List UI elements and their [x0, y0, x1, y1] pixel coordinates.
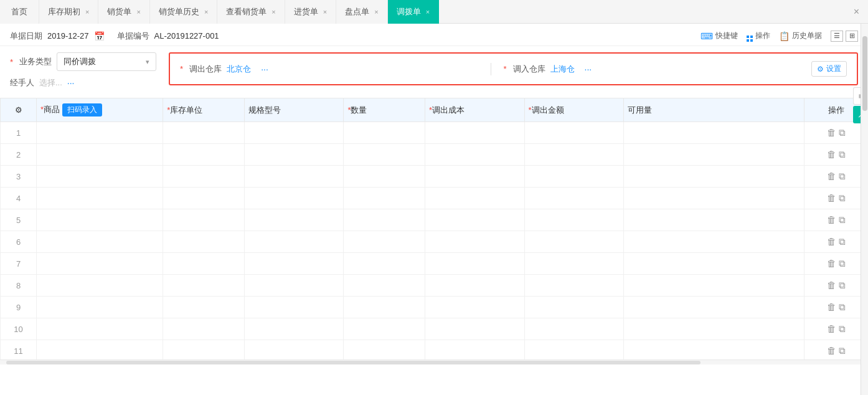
available-cell[interactable] — [624, 318, 804, 340]
product-cell[interactable] — [37, 188, 163, 209]
copy-icon[interactable]: ⧉ — [839, 258, 846, 269]
available-cell[interactable] — [624, 209, 804, 231]
unit-cell[interactable] — [163, 275, 245, 297]
spec-cell[interactable] — [244, 122, 344, 144]
quantity-cell[interactable] — [344, 340, 425, 360]
quantity-cell[interactable] — [344, 253, 425, 275]
product-cell[interactable] — [37, 340, 163, 360]
product-cell[interactable] — [37, 297, 163, 318]
quantity-cell[interactable] — [344, 166, 425, 188]
amount-cell[interactable] — [524, 318, 624, 340]
delete-icon[interactable]: 🗑 — [827, 236, 836, 247]
unit-cell[interactable] — [163, 166, 245, 188]
spec-cell[interactable] — [244, 209, 344, 231]
vertical-scrollbar[interactable] — [861, 24, 868, 364]
available-cell[interactable] — [624, 188, 804, 209]
amount-cell[interactable] — [524, 144, 624, 166]
amount-cell[interactable] — [524, 253, 624, 275]
copy-icon[interactable]: ⧉ — [839, 345, 846, 356]
agent-more-button[interactable]: ··· — [67, 78, 75, 88]
window-close-button[interactable]: × — [845, 6, 868, 17]
quantity-cell[interactable] — [344, 231, 425, 253]
product-cell[interactable] — [37, 166, 163, 188]
tab-inventory-check[interactable]: 盘点单 × — [336, 0, 387, 24]
quantity-cell[interactable] — [344, 275, 425, 297]
layout-grid-button[interactable]: ⊞ — [846, 31, 858, 42]
close-icon[interactable]: × — [374, 8, 378, 16]
tab-inventory-init[interactable]: 库存期初 × — [39, 0, 98, 24]
vertical-scrollbar-thumb[interactable] — [862, 36, 867, 111]
unit-cell[interactable] — [163, 318, 245, 340]
amount-cell[interactable] — [524, 231, 624, 253]
copy-icon[interactable]: ⧉ — [839, 280, 846, 290]
copy-icon[interactable]: ⧉ — [839, 193, 846, 203]
close-icon[interactable]: × — [136, 8, 140, 16]
copy-icon[interactable]: ⧉ — [839, 214, 846, 225]
delete-icon[interactable]: 🗑 — [827, 258, 836, 269]
cost-cell[interactable] — [425, 122, 524, 144]
date-value[interactable]: 2019-12-27 — [47, 31, 89, 40]
quantity-cell[interactable] — [344, 144, 425, 166]
spec-cell[interactable] — [244, 253, 344, 275]
unit-cell[interactable] — [163, 231, 245, 253]
col-gear[interactable]: ⚙ — [1, 98, 37, 122]
calendar-icon[interactable]: 📅 — [94, 31, 105, 41]
available-cell[interactable] — [624, 275, 804, 297]
delete-icon[interactable]: 🗑 — [827, 127, 836, 138]
layout-list-button[interactable]: ☰ — [831, 31, 843, 42]
product-cell[interactable] — [37, 275, 163, 297]
copy-icon[interactable]: ⧉ — [839, 236, 846, 247]
available-cell[interactable] — [624, 122, 804, 144]
amount-cell[interactable] — [524, 188, 624, 209]
product-cell[interactable] — [37, 253, 163, 275]
cost-cell[interactable] — [425, 275, 524, 297]
amount-cell[interactable] — [524, 297, 624, 318]
business-type-select[interactable]: 同价调拨 ▾ — [57, 52, 156, 71]
product-cell[interactable] — [37, 144, 163, 166]
product-cell[interactable] — [37, 122, 163, 144]
cost-cell[interactable] — [425, 209, 524, 231]
close-icon[interactable]: × — [271, 8, 275, 16]
cost-cell[interactable] — [425, 318, 524, 340]
available-cell[interactable] — [624, 231, 804, 253]
close-icon[interactable]: × — [204, 8, 208, 16]
transfer-in-value[interactable]: 上海仓 — [550, 64, 575, 75]
spec-cell[interactable] — [244, 144, 344, 166]
cost-cell[interactable] — [425, 144, 524, 166]
product-cell[interactable] — [37, 318, 163, 340]
copy-icon[interactable]: ⧉ — [839, 302, 846, 312]
history-button[interactable]: 📋 历史单据 — [779, 31, 822, 41]
close-icon[interactable]: × — [426, 8, 430, 16]
available-cell[interactable] — [624, 144, 804, 166]
copy-icon[interactable]: ⧉ — [839, 171, 846, 181]
cost-cell[interactable] — [425, 188, 524, 209]
amount-cell[interactable] — [524, 209, 624, 231]
spec-cell[interactable] — [244, 275, 344, 297]
spec-cell[interactable] — [244, 166, 344, 188]
scan-button[interactable]: 扫码录入 — [62, 103, 102, 117]
spec-cell[interactable] — [244, 297, 344, 318]
cost-cell[interactable] — [425, 253, 524, 275]
product-cell[interactable] — [37, 231, 163, 253]
tab-purchase[interactable]: 进货单 × — [285, 0, 336, 24]
delete-icon[interactable]: 🗑 — [827, 302, 836, 312]
cost-cell[interactable] — [425, 297, 524, 318]
available-cell[interactable] — [624, 340, 804, 360]
transfer-out-value[interactable]: 北京仓 — [227, 64, 251, 75]
amount-cell[interactable] — [524, 275, 624, 297]
agent-select[interactable]: 选择... — [39, 77, 62, 88]
scrollbar-thumb[interactable] — [6, 361, 701, 364]
unit-cell[interactable] — [163, 297, 245, 318]
unit-cell[interactable] — [163, 122, 245, 144]
tab-home[interactable]: 首页 — [0, 0, 39, 24]
amount-cell[interactable] — [524, 166, 624, 188]
spec-cell[interactable] — [244, 340, 344, 360]
available-cell[interactable] — [624, 253, 804, 275]
unit-cell[interactable] — [163, 188, 245, 209]
spec-cell[interactable] — [244, 318, 344, 340]
quantity-cell[interactable] — [344, 188, 425, 209]
quantity-cell[interactable] — [344, 297, 425, 318]
unit-cell[interactable] — [163, 144, 245, 166]
delete-icon[interactable]: 🗑 — [827, 171, 836, 181]
amount-cell[interactable] — [524, 122, 624, 144]
